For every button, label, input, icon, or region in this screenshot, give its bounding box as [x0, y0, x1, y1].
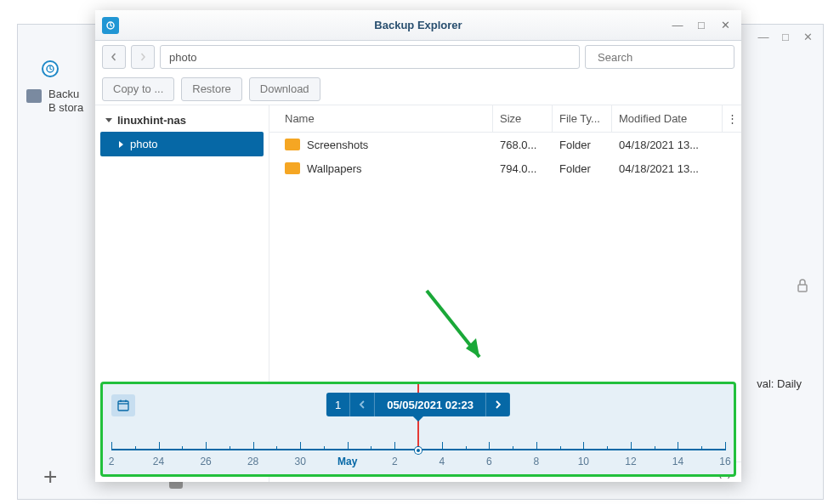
th-modified[interactable]: Modified Date	[612, 105, 723, 132]
timeline-label: May	[337, 456, 357, 467]
window-title: Backup Explorer	[374, 19, 462, 31]
column-menu-button[interactable]: ⋮	[723, 105, 741, 132]
backup-explorer-window: Backup Explorer — □ ✕ photo Copy to ... …	[95, 10, 741, 482]
file-modified: 04/18/2021 13...	[612, 162, 741, 175]
download-button[interactable]: Download	[249, 77, 320, 101]
timeline-labels: 224262830May246810121416	[111, 456, 725, 469]
bg-schedule-label: val: Daily	[757, 377, 802, 390]
th-name[interactable]: Name	[278, 105, 493, 132]
breadcrumb-text: photo	[169, 51, 197, 64]
date-selector: 1 05/05/2021 02:23	[326, 393, 510, 416]
snapshot-marker[interactable]	[415, 447, 422, 454]
prev-snapshot-button[interactable]	[350, 393, 375, 416]
table-row[interactable]: Wallpapers794.0...Folder04/18/2021 13...	[269, 156, 741, 180]
close-button[interactable]: ✕	[714, 15, 736, 36]
snapshot-date[interactable]: 05/05/2021 02:23	[375, 393, 486, 416]
timeline-label: 12	[625, 456, 636, 467]
file-name: Screenshots	[307, 139, 368, 151]
timeline-label: 24	[153, 456, 164, 467]
timeline-label: 6	[486, 456, 492, 467]
search-input[interactable]	[598, 51, 740, 64]
lock-icon[interactable]	[795, 278, 810, 296]
chevron-right-icon	[119, 141, 123, 148]
file-size: 794.0...	[493, 162, 553, 175]
file-name: Wallpapers	[307, 162, 362, 175]
next-snapshot-button[interactable]	[486, 393, 510, 416]
file-type: Folder	[553, 162, 612, 175]
folder-icon	[285, 162, 300, 174]
folder-icon	[285, 139, 300, 150]
tree-child-label: photo	[130, 138, 158, 150]
svg-rect-1	[798, 285, 807, 292]
minimize-button[interactable]: —	[666, 15, 689, 36]
table-header: Name Size File Ty... Modified Date ⋮	[269, 105, 741, 133]
breadcrumb[interactable]: photo	[160, 45, 580, 69]
backup-app-icon	[42, 60, 59, 77]
timeline-label: 8	[534, 456, 540, 467]
timeline-label: 4	[439, 456, 445, 467]
restore-button[interactable]: Restore	[181, 77, 242, 101]
search-box[interactable]	[585, 45, 734, 69]
snapshot-count: 1	[326, 393, 350, 416]
bg-minimize-icon[interactable]: —	[757, 30, 770, 43]
tree-root-label: linuxhint-nas	[117, 114, 186, 127]
back-button[interactable]	[102, 45, 126, 69]
copy-to-button[interactable]: Copy to ...	[102, 77, 174, 101]
timeline-label: 30	[294, 456, 305, 467]
table-row[interactable]: Screenshots768.0...Folder04/18/2021 13..…	[269, 133, 741, 156]
tree-root[interactable]: linuxhint-nas	[100, 110, 264, 130]
timeline-label: 2	[109, 456, 115, 467]
bg-close-icon[interactable]: ✕	[801, 30, 814, 43]
timeline-label: 26	[200, 456, 211, 467]
bg-sidebar-line1: Backu	[48, 88, 83, 101]
th-size[interactable]: Size	[493, 105, 553, 132]
timeline-label: 16	[719, 456, 730, 467]
bg-maximize-icon[interactable]: □	[779, 30, 792, 43]
forward-button[interactable]	[131, 45, 155, 69]
chevron-down-icon	[105, 118, 112, 122]
file-size: 768.0...	[493, 139, 553, 151]
tree-item-photo[interactable]: photo	[100, 132, 264, 156]
timeline-label: 2	[392, 456, 398, 467]
timeline-panel: 1 05/05/2021 02:23 224262830May246810121…	[100, 382, 736, 477]
file-modified: 04/18/2021 13...	[612, 139, 741, 151]
file-type: Folder	[553, 139, 612, 151]
calendar-button[interactable]	[111, 394, 135, 416]
bg-sidebar-line2: B stora	[48, 101, 83, 115]
maximize-button[interactable]: □	[690, 15, 712, 36]
timeline-label: 28	[247, 456, 258, 467]
timeline-label: 10	[578, 456, 589, 467]
th-type[interactable]: File Ty...	[553, 105, 612, 132]
app-icon	[102, 17, 119, 34]
svg-rect-7	[118, 401, 128, 411]
titlebar: Backup Explorer — □ ✕	[95, 10, 741, 41]
add-button[interactable]: +	[43, 463, 57, 490]
timeline-label: 14	[672, 456, 683, 467]
storage-icon	[26, 89, 42, 103]
